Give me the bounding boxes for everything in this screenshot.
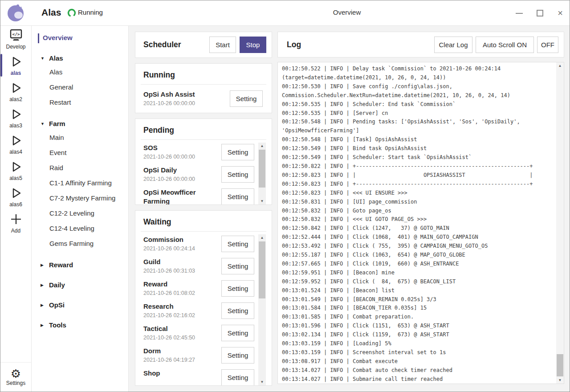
chevron-down-icon: ▼: [41, 122, 45, 126]
stop-button[interactable]: Stop: [240, 37, 266, 53]
play-icon: [9, 186, 23, 200]
nav-item-c1-1-affinity-farming[interactable]: C1-1 Affinity Farming: [32, 176, 128, 190]
nav-item-c12-2-leveling[interactable]: C12-2 Leveling: [32, 206, 128, 220]
close-button[interactable]: ×: [555, 8, 565, 18]
pending-card: Pending SOS2021-10-26 00:00:00SettingOpS…: [135, 118, 272, 205]
task-setting-button[interactable]: Setting: [221, 144, 254, 160]
auto-scroll-off-button[interactable]: OFF: [537, 37, 558, 53]
scroll-up-icon[interactable]: ▲: [258, 143, 266, 149]
rail-item-add[interactable]: Add: [0, 210, 31, 236]
sidebar-item-overview[interactable]: Overview: [32, 31, 128, 44]
task-next-run-time: 2021-10-26 00:31:03: [143, 268, 195, 274]
rail-item-alas2[interactable]: alas2: [0, 78, 31, 105]
running-spinner-icon: [67, 8, 76, 17]
waiting-title: Waiting: [143, 217, 171, 226]
task-name: Dorm: [143, 347, 223, 355]
minimize-button[interactable]: [514, 8, 524, 18]
log-panel: 00:12:50.522 | INFO | Delay task `Commis…: [277, 62, 564, 384]
task-setting-button[interactable]: Setting: [221, 325, 254, 341]
chevron-right-icon: ▶: [41, 263, 45, 267]
rail-item-alas[interactable]: alas: [0, 52, 31, 78]
nav-group-opsi[interactable]: ▶OpSi: [32, 299, 128, 311]
rail-item-label: alas: [11, 70, 21, 76]
waiting-scrollbar[interactable]: ▲ ▼: [258, 234, 266, 385]
log-title: Log: [287, 40, 301, 49]
task-row-sos: SOS2021-10-26 00:00:00Setting: [135, 142, 272, 164]
nav-item-restart[interactable]: Restart: [32, 95, 128, 110]
scroll-down-icon[interactable]: ▼: [258, 379, 266, 385]
clear-log-button[interactable]: Clear Log: [434, 37, 472, 53]
scroll-up-icon[interactable]: ▲: [556, 62, 564, 69]
task-setting-button[interactable]: Setting: [221, 236, 254, 252]
task-next-run-time: 2021-10-26 00:00:00: [143, 100, 195, 106]
play-icon: [9, 160, 23, 174]
nav-item-event[interactable]: Event: [32, 145, 128, 160]
nav-group-reward[interactable]: ▶Reward: [32, 259, 128, 271]
chevron-right-icon: ▶: [41, 283, 45, 287]
svg-text:</>: </>: [12, 32, 20, 37]
task-setting-button[interactable]: Setting: [221, 347, 254, 363]
task-name: Shop: [143, 369, 223, 378]
rail-item-label: alas4: [9, 149, 22, 155]
nav-group-label: OpSi: [49, 301, 65, 309]
log-output: 00:12:50.522 | INFO | Delay task `Commis…: [278, 62, 556, 384]
task-name: Reward: [143, 280, 223, 289]
play-icon: [9, 134, 23, 148]
nav-group-label: Daily: [49, 281, 65, 289]
log-scrollbar[interactable]: ▲ ▼: [556, 62, 564, 384]
scroll-down-icon[interactable]: ▼: [258, 198, 266, 204]
rail-item-develop[interactable]: </>Develop: [0, 26, 31, 52]
task-setting-button[interactable]: Setting: [221, 188, 254, 205]
scrollbar-thumb[interactable]: [259, 241, 265, 298]
rail-item-alas3[interactable]: alas3: [0, 105, 31, 131]
rail-item-alas4[interactable]: alas4: [0, 131, 31, 157]
auto-scroll-button[interactable]: Auto Scroll ON: [476, 37, 534, 53]
task-setting-button[interactable]: Setting: [221, 280, 254, 297]
chevron-down-icon: ▼: [41, 56, 45, 61]
task-row-research: Research2021-10-26 02:16:02Setting: [135, 301, 272, 323]
chevron-right-icon: ▶: [41, 323, 45, 327]
scrollbar-thumb[interactable]: [259, 150, 265, 188]
task-setting-button[interactable]: Setting: [221, 369, 254, 386]
task-next-run-time: 2021-10-26 00:00:00: [143, 154, 195, 160]
task-row-dorm: Dorm2021-10-26 04:19:27Setting: [135, 345, 272, 368]
sidebar-item-settings[interactable]: ⚙ Settings: [0, 362, 31, 392]
nav-group-tools[interactable]: ▶Tools: [32, 319, 128, 331]
nav-item-main[interactable]: Main: [32, 130, 128, 145]
menu-sidebar: Overview ▼AlasAlasGeneralRestart▼FarmMai…: [32, 26, 129, 392]
nav-group-farm[interactable]: ▼Farm: [32, 118, 128, 130]
task-setting-button[interactable]: Setting: [221, 258, 254, 274]
task-setting-button[interactable]: Setting: [221, 302, 254, 319]
maximize-button[interactable]: [535, 8, 545, 18]
rail-item-label: Develop: [6, 44, 25, 50]
task-setting-button[interactable]: Setting: [230, 90, 263, 107]
rail-item-label: alas6: [9, 201, 22, 208]
app-title: Alas: [41, 7, 61, 18]
rail-item-label: Add: [11, 228, 20, 234]
nav-item-gems-farming[interactable]: Gems Farming: [32, 236, 128, 251]
scroll-down-icon[interactable]: ▼: [556, 377, 564, 384]
window-title: Overview: [333, 8, 361, 16]
nav-item-alas[interactable]: Alas: [32, 65, 128, 79]
nav-group-alas[interactable]: ▼Alas: [32, 52, 128, 64]
nav-group-daily[interactable]: ▶Daily: [32, 279, 128, 291]
rail-item-alas5[interactable]: alas5: [0, 157, 31, 184]
scrollbar-thumb[interactable]: [557, 354, 563, 376]
settings-label: Settings: [6, 380, 25, 386]
develop-icon: </>: [9, 29, 23, 43]
plus-icon: [9, 212, 23, 227]
scroll-up-icon[interactable]: ▲: [258, 234, 266, 241]
nav-item-general[interactable]: General: [32, 80, 128, 94]
task-next-run-time: 2021-10-26 00:24:14: [143, 245, 195, 252]
rail-item-alas6[interactable]: alas6: [0, 184, 31, 210]
play-icon: [9, 107, 23, 122]
start-button[interactable]: Start: [209, 37, 236, 53]
running-card: Running OpSi Ash Assist2021-10-26 00:00:…: [135, 63, 272, 113]
task-name: Research: [143, 302, 223, 311]
pending-scrollbar[interactable]: ▲ ▼: [258, 143, 266, 204]
nav-item-raid[interactable]: Raid: [32, 160, 128, 175]
task-setting-button[interactable]: Setting: [221, 166, 254, 183]
nav-item-c7-2-mystery-farming[interactable]: C7-2 Mystery Farming: [32, 191, 128, 205]
task-name: SOS: [143, 143, 223, 152]
nav-item-c12-4-leveling[interactable]: C12-4 Leveling: [32, 221, 128, 236]
